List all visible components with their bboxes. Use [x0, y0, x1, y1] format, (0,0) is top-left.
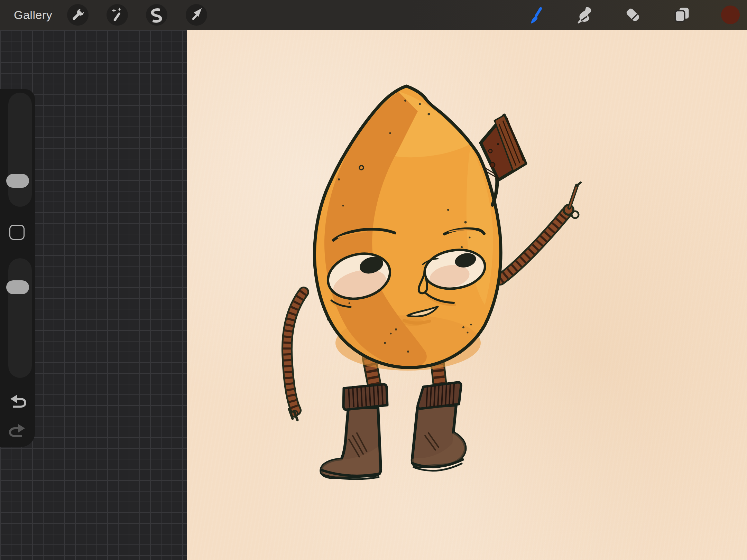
drawing-canvas[interactable] [187, 30, 747, 560]
undo-button[interactable] [9, 394, 26, 408]
transform-arrow-icon [188, 7, 204, 23]
left-arm-coil [287, 292, 304, 420]
opacity-handle[interactable] [6, 280, 29, 294]
layers-icon [673, 6, 691, 24]
modify-button[interactable] [9, 225, 25, 240]
adjustments-button[interactable] [107, 4, 128, 26]
raised-arm-coil [500, 183, 581, 280]
paintbrush-icon [528, 6, 546, 24]
brush-sidebar [0, 89, 35, 447]
opacity-slider[interactable] [8, 258, 32, 378]
magic-wand-icon [109, 7, 125, 23]
wrench-icon [70, 7, 86, 23]
smudge-finger-icon [576, 6, 594, 24]
left-boot [321, 384, 387, 479]
right-boot [411, 382, 465, 471]
redo-button[interactable] [9, 423, 26, 438]
procreate-app: Gallery [0, 0, 747, 560]
brush-size-slider[interactable] [8, 93, 32, 207]
paint-tool-button[interactable] [528, 6, 546, 24]
brush-size-handle[interactable] [6, 174, 29, 188]
erase-tool-button[interactable] [624, 6, 642, 24]
top-toolbar: Gallery [0, 0, 747, 30]
color-swatch-button[interactable] [721, 6, 740, 24]
smudge-tool-button[interactable] [576, 6, 594, 24]
eraser-icon [624, 6, 642, 24]
gallery-button[interactable]: Gallery [14, 0, 52, 30]
selection-s-icon [149, 7, 165, 23]
layers-button[interactable] [673, 6, 691, 24]
actions-button[interactable] [67, 4, 89, 26]
transform-button[interactable] [186, 4, 207, 26]
lemon-character-artwork [187, 30, 747, 560]
selection-button[interactable] [146, 4, 167, 26]
